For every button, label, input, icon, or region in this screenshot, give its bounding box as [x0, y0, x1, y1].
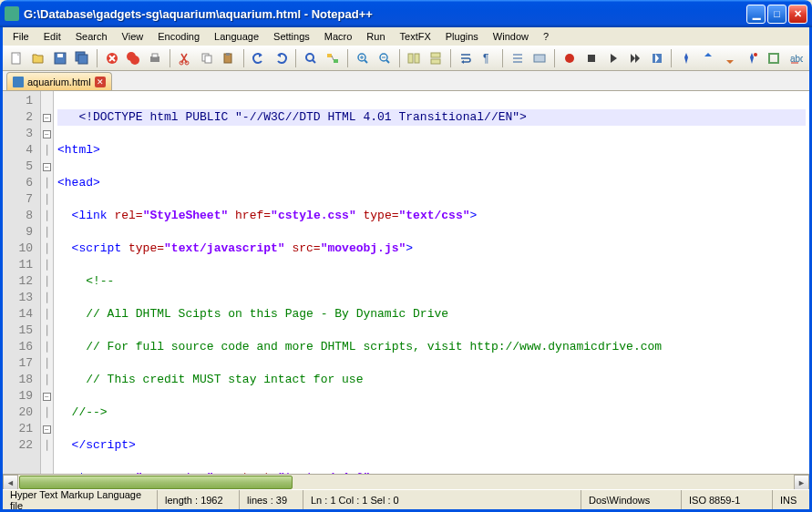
fold-column[interactable]: −−│−│││││││││││││−│−│: [41, 91, 54, 474]
find-button[interactable]: [301, 48, 321, 68]
tool5-button[interactable]: [764, 48, 784, 68]
menu-language[interactable]: Language: [208, 29, 265, 44]
copy-button[interactable]: [197, 48, 217, 68]
play-button[interactable]: [603, 48, 623, 68]
svg-rect-21: [408, 54, 413, 63]
status-length: length : 1962: [158, 490, 240, 509]
horizontal-scrollbar[interactable]: ◄ ►: [3, 474, 809, 489]
save-macro-button[interactable]: [647, 48, 667, 68]
svg-rect-23: [431, 53, 440, 57]
svg-rect-13: [205, 56, 211, 63]
status-lines: lines : 39: [240, 490, 303, 509]
menu-edit[interactable]: Edit: [37, 29, 67, 44]
svg-rect-26: [534, 55, 545, 62]
tool1-button[interactable]: [676, 48, 696, 68]
svg-rect-9: [152, 54, 158, 57]
close-button[interactable]: ✕: [788, 5, 807, 24]
menu-file[interactable]: File: [6, 29, 36, 44]
print-button[interactable]: [145, 48, 165, 68]
menu-run[interactable]: Run: [360, 29, 391, 44]
tool6-button[interactable]: abc: [786, 48, 806, 68]
status-insert-mode: INS: [773, 490, 809, 509]
close-file-button[interactable]: [102, 48, 122, 68]
menu-encoding[interactable]: Encoding: [151, 29, 206, 44]
svg-rect-24: [431, 59, 440, 64]
menu-settings[interactable]: Settings: [267, 29, 316, 44]
menu-help[interactable]: ?: [537, 29, 555, 44]
record-button[interactable]: [560, 48, 580, 68]
menu-bar: File Edit Search View Encoding Language …: [3, 27, 809, 46]
play-multi-button[interactable]: [625, 48, 645, 68]
replace-button[interactable]: [323, 48, 343, 68]
svg-text:¶: ¶: [483, 52, 488, 65]
zoom-in-button[interactable]: [353, 48, 373, 68]
status-language: Hyper Text Markup Language file: [3, 490, 158, 509]
stop-button[interactable]: [581, 48, 601, 68]
tool4-button[interactable]: [742, 48, 762, 68]
html-file-icon: [13, 77, 24, 87]
scroll-right-button[interactable]: ►: [794, 475, 809, 490]
status-eol: Dos\Windows: [581, 490, 682, 509]
svg-rect-15: [226, 53, 230, 56]
tool3-button[interactable]: [720, 48, 740, 68]
window-title: G:\Database\gadgets-sg\aquarium\aquarium…: [24, 7, 746, 21]
save-all-button[interactable]: [72, 48, 92, 68]
menu-macro[interactable]: Macro: [318, 29, 359, 44]
menu-search[interactable]: Search: [69, 29, 114, 44]
file-tab[interactable]: aquarium.html ✕: [6, 72, 112, 90]
app-icon: [5, 6, 19, 21]
scroll-track[interactable]: [18, 475, 794, 489]
status-bar: Hyper Text Markup Language file length :…: [3, 489, 809, 509]
svg-rect-28: [588, 55, 595, 62]
user-lang-button[interactable]: [529, 48, 550, 68]
save-button[interactable]: [50, 48, 70, 68]
svg-rect-22: [415, 54, 419, 63]
status-position: Ln : 1 Col : 1 Sel : 0: [303, 490, 581, 509]
svg-rect-31: [769, 54, 778, 63]
minimize-button[interactable]: ▁: [746, 5, 766, 24]
maximize-button[interactable]: □: [767, 5, 786, 24]
toolbar: ¶ abc: [3, 46, 809, 71]
title-bar: G:\Database\gadgets-sg\aquarium\aquarium…: [0, 0, 812, 27]
tab-close-icon[interactable]: ✕: [95, 77, 106, 87]
show-all-chars-button[interactable]: ¶: [478, 48, 498, 68]
svg-rect-18: [334, 59, 338, 63]
svg-point-16: [306, 54, 313, 61]
indent-guide-button[interactable]: [508, 48, 528, 68]
sync-h-button[interactable]: [426, 48, 446, 68]
tool2-button[interactable]: [698, 48, 718, 68]
menu-textfx[interactable]: TextFX: [394, 29, 437, 44]
zoom-out-button[interactable]: [375, 48, 395, 68]
svg-text:abc: abc: [790, 54, 803, 64]
cut-button[interactable]: [175, 48, 195, 68]
status-encoding: ISO 8859-1: [682, 490, 773, 509]
svg-point-30: [754, 53, 757, 56]
redo-button[interactable]: [271, 48, 291, 68]
svg-rect-17: [327, 54, 332, 57]
tab-bar: aquarium.html ✕: [3, 71, 809, 91]
wrap-button[interactable]: [456, 48, 476, 68]
sync-v-button[interactable]: [405, 48, 425, 68]
svg-rect-2: [57, 54, 63, 57]
svg-rect-4: [78, 55, 87, 64]
menu-view[interactable]: View: [116, 29, 150, 44]
svg-point-27: [565, 54, 574, 63]
line-numbers: 12345678910111213141516171819202122: [3, 91, 41, 474]
svg-point-7: [130, 56, 139, 65]
editor[interactable]: 12345678910111213141516171819202122 −−│−…: [3, 91, 809, 474]
scroll-left-button[interactable]: ◄: [3, 475, 18, 490]
code-area[interactable]: <!DOCTYPE html PUBLIC "-//W3C//DTD HTML …: [54, 91, 809, 474]
paste-button[interactable]: [219, 48, 239, 68]
new-button[interactable]: [6, 48, 26, 68]
menu-plugins[interactable]: Plugins: [439, 29, 485, 44]
tab-label: aquarium.html: [27, 77, 91, 87]
open-button[interactable]: [28, 48, 48, 68]
scroll-thumb[interactable]: [19, 476, 293, 489]
undo-button[interactable]: [249, 48, 269, 68]
menu-window[interactable]: Window: [487, 29, 535, 44]
close-all-button[interactable]: [124, 48, 144, 68]
